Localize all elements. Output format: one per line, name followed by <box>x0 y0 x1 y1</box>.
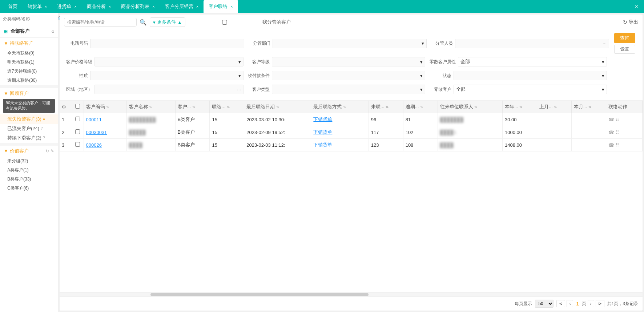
horizontal-scrollbar[interactable] <box>60 292 643 296</box>
liaison-sort-icon[interactable]: ⇅ <box>474 105 477 109</box>
sidebar-item-class-a[interactable]: A类客户(1) <box>0 166 58 175</box>
filter-status-select[interactable]: ▾ <box>454 71 607 80</box>
nav-customer-tier[interactable]: 客户分层经营 × <box>160 0 204 13</box>
col-settings[interactable]: ⚙ <box>60 101 73 113</box>
row3-code[interactable]: 000026 <box>84 139 126 151</box>
settings-button[interactable]: 设置 <box>614 45 635 54</box>
next-page-button[interactable]: › <box>588 300 594 307</box>
row1-contact-icon[interactable]: ☎ <box>608 117 614 122</box>
my-customers-checkbox-input[interactable] <box>188 20 261 25</box>
type-sort-icon[interactable]: ⇅ <box>192 105 195 109</box>
last-way-sort-icon[interactable]: ⇅ <box>343 105 346 109</box>
sidebar-group-value[interactable]: ▼ 价值客户 ↻ ✎ <box>0 146 58 157</box>
nav-product-list[interactable]: 商品分析列表 × <box>116 0 160 13</box>
row1-last-way[interactable]: 下销货单 <box>311 113 369 126</box>
filter-payment-select[interactable]: ▾ <box>272 71 425 80</box>
person-dots[interactable]: ··· <box>603 41 607 46</box>
filter-scatter-select[interactable]: 全部 ▾ <box>454 85 607 94</box>
sidebar-item-7days[interactable]: 近7天待联络(0) <box>0 67 58 76</box>
region-dots[interactable]: ··· <box>237 87 241 92</box>
row1-checkbox-input[interactable] <box>75 117 80 121</box>
close-product-analysis-tab[interactable]: × <box>109 0 111 13</box>
query-button[interactable]: 查询 <box>614 33 635 43</box>
search-button[interactable]: 🔍 <box>140 19 147 26</box>
export-button[interactable]: ↻ 导出 <box>623 19 638 25</box>
close-sales-tab[interactable]: × <box>45 0 47 13</box>
first-page-button[interactable]: ⊲ <box>556 300 565 307</box>
row3-checkbox-input[interactable] <box>75 142 80 147</box>
value-refresh-icon[interactable]: ↻ <box>45 149 49 154</box>
close-product-list-tab[interactable]: × <box>152 0 154 13</box>
value-edit-icon[interactable]: ✎ <box>51 149 54 154</box>
sidebar-item-today[interactable]: 今天待联络(0) <box>0 49 58 58</box>
filter-person-select[interactable]: ··· <box>455 39 609 48</box>
filter-scatter-attr-select[interactable]: 全部 ▾ <box>458 57 607 66</box>
sidebar-group-review[interactable]: ▼ 回顾客户 <box>0 88 58 99</box>
row2-contact-icon[interactable]: ☎ <box>608 130 614 135</box>
name-sort-icon[interactable]: ⇅ <box>149 105 152 109</box>
nav-customer-contact[interactable]: 客户联络 × <box>204 0 238 13</box>
filter-region-select[interactable]: ··· <box>94 85 243 94</box>
nav-home[interactable]: 首页 <box>3 0 23 13</box>
nav-sales[interactable]: 销货单 × <box>23 0 52 13</box>
refresh-icon[interactable]: ↻ <box>623 19 627 25</box>
sidebar-search-input[interactable] <box>3 16 57 21</box>
row1-checkbox[interactable] <box>73 113 84 126</box>
sidebar-item-churned[interactable]: 已流失客户(24) ? <box>0 124 58 133</box>
row2-last-way[interactable]: 下销货单 <box>311 126 369 139</box>
declining-help-icon[interactable]: ? <box>43 136 45 140</box>
row3-last-way[interactable]: 下销货单 <box>311 139 369 151</box>
row1-more-icon[interactable]: ⠿ <box>616 117 619 122</box>
close-customer-tier-tab[interactable]: × <box>196 0 198 13</box>
row1-code[interactable]: 000011 <box>84 113 126 126</box>
filter-customer-type-select[interactable]: ▾ <box>272 85 425 94</box>
more-filter-button[interactable]: ▾ 更多条件 ▲ <box>150 17 185 27</box>
col-checkbox[interactable] <box>73 101 84 113</box>
close-purchase-tab[interactable]: × <box>74 0 76 13</box>
row2-checkbox-input[interactable] <box>75 129 80 134</box>
filter-price-tier-select[interactable]: ▾ <box>94 57 243 66</box>
settings-icon[interactable]: ⚙ <box>62 104 66 110</box>
churned-help-icon[interactable]: ? <box>41 126 43 130</box>
filter-dept-select[interactable]: ▾ <box>273 39 427 48</box>
sidebar-item-churn-warning[interactable]: 流失预警客户(3) ● <box>0 114 58 124</box>
nav-product-analysis[interactable]: 商品分析 × <box>82 0 116 13</box>
uncontact-sort-icon[interactable]: ⇅ <box>386 105 389 109</box>
row3-contact-icon[interactable]: ☎ <box>608 142 614 148</box>
prev-page-button[interactable]: ‹ <box>567 300 573 307</box>
sidebar-item-tomorrow[interactable]: 明天待联络(1) <box>0 58 58 67</box>
search-input[interactable] <box>64 18 137 27</box>
page-size-select[interactable]: 50 100 200 <box>535 300 554 308</box>
last-month-sort-icon[interactable]: ⇅ <box>554 105 557 109</box>
sidebar-item-class-c[interactable]: C类客户(6) <box>0 184 58 193</box>
filter-customer-tier-select[interactable]: ▾ <box>272 57 425 66</box>
sidebar-group-pending[interactable]: ▼ 待联络客户 <box>0 38 58 49</box>
select-all-checkbox[interactable] <box>75 104 80 109</box>
row2-code[interactable]: 00030031 <box>84 126 126 139</box>
row2-more-icon[interactable]: ⠿ <box>616 130 619 135</box>
contact-sort-icon[interactable]: ⇅ <box>227 105 230 109</box>
sidebar-item-class-b[interactable]: B类客户(33) <box>0 175 58 184</box>
filter-scatter: 零散客户 全部 ▾ <box>427 84 609 95</box>
row3-more-icon[interactable]: ⠿ <box>616 142 619 148</box>
filter-phone-input[interactable] <box>90 39 244 48</box>
close-customer-contact-tab[interactable]: × <box>230 0 233 13</box>
last-page-button[interactable]: ⊳ <box>596 300 604 307</box>
my-customers-checkbox[interactable]: 我分管的客户 <box>188 19 291 25</box>
row3-checkbox[interactable] <box>73 139 84 151</box>
row2-checkbox[interactable] <box>73 126 84 139</box>
all-customers-label[interactable]: 全部客户 <box>11 28 29 35</box>
last-date-sort-icon[interactable]: ⇅ <box>276 105 279 109</box>
code-sort-icon[interactable]: ⇅ <box>106 105 109 109</box>
this-year-sort-icon[interactable]: ⇅ <box>519 105 522 109</box>
nav-purchase[interactable]: 进货单 × <box>52 0 81 13</box>
overdue-sort-icon[interactable]: ⇅ <box>420 105 423 109</box>
sidebar-item-overdue[interactable]: 逾期未联络(30) <box>0 76 58 85</box>
scrollbar-thumb[interactable] <box>150 293 369 296</box>
close-all-button[interactable]: × <box>632 3 641 10</box>
this-month-sort-icon[interactable]: ⇅ <box>588 105 591 109</box>
sidebar-item-ungrouped[interactable]: 未分组(32) <box>0 157 58 166</box>
sidebar-collapse-button[interactable]: « <box>51 28 54 34</box>
filter-nature-select[interactable]: ▾ <box>90 71 243 80</box>
sidebar-item-declining[interactable]: 持续下滑客户(2) ? <box>0 133 58 143</box>
